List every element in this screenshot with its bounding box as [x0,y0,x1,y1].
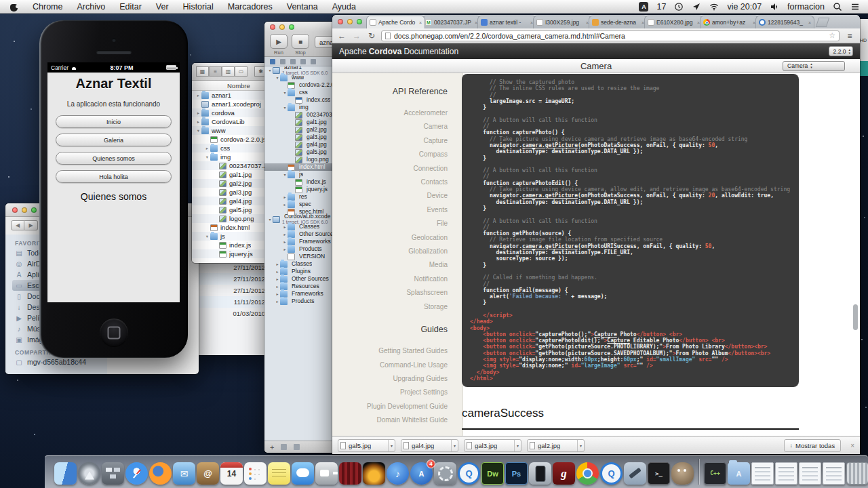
minimized-window-icon[interactable] [775,462,797,485]
user-menu[interactable]: formacion [787,2,825,12]
menu-item[interactable]: Editar [119,2,142,12]
new-tab-button[interactable] [816,18,830,27]
disclosure-triangle-icon[interactable]: ▸ [195,93,201,98]
disclosure-triangle-icon[interactable]: ▸ [282,202,288,207]
symbol-navigator-icon[interactable] [280,59,285,64]
minimize-button[interactable] [22,207,27,213]
minimized-window-icon[interactable] [799,462,821,485]
disclosure-triangle-icon[interactable]: ▸ [275,269,280,274]
tab-close-icon[interactable]: × [808,20,811,25]
disclosure-triangle-icon[interactable]: ▾ [275,75,280,80]
sidebar-link[interactable]: File [332,217,448,230]
disclosure-triangle-icon[interactable]: ▾ [282,90,288,95]
disclosure-triangle-icon[interactable]: ▾ [282,105,288,110]
app-store-icon[interactable]: A 4 [410,462,433,485]
project-navigator-icon[interactable] [270,59,275,64]
app-button[interactable]: Hola holita [56,170,172,183]
photoshop-icon[interactable]: Ps [505,462,528,485]
browser-tab[interactable]: aznar textil - × [477,16,536,28]
close-button[interactable] [12,207,18,213]
disclosure-triangle-icon[interactable]: ▸ [204,146,210,151]
window-controls[interactable] [270,24,294,30]
disclosure-triangle-icon[interactable]: ▾ [195,128,201,134]
reload-button[interactable]: ↻ [366,31,377,41]
sidebar-link[interactable]: Media [332,258,448,272]
show-all-downloads-button[interactable]: ↓ Mostrar todas [784,439,842,452]
contacts-icon[interactable]: @ [197,462,219,485]
disclosure-triangle-icon[interactable]: ▾ [204,234,210,239]
notes-icon[interactable] [268,462,290,485]
download-menu-arrow-icon[interactable]: ▾ [514,440,519,451]
stop-button[interactable]: ■ [292,34,309,49]
disclosure-triangle-icon[interactable]: ▸ [282,239,288,244]
browser-tab[interactable]: E610X280.jpg × [644,16,703,28]
sidebar-link[interactable]: Camera [332,120,448,134]
sidebar-item[interactable]: ▢ mgv-d565ab18c44 [12,357,106,367]
trash-icon[interactable] [846,462,868,485]
sidebar-link[interactable]: Globalization [332,245,448,258]
iphoto-icon[interactable] [363,462,385,485]
apple-menu-icon[interactable] [9,2,18,12]
window-controls[interactable] [12,207,37,213]
debug-navigator-icon[interactable] [311,59,316,64]
applications-folder-icon[interactable]: A [728,462,750,485]
sidebar-link[interactable]: Project Settings [332,386,448,399]
messages-icon[interactable] [292,462,314,485]
disclosure-triangle-icon[interactable]: ▸ [282,247,288,251]
app-button[interactable]: Galeria [56,134,172,146]
sidebar-link[interactable]: Compass [332,148,448,161]
download-item[interactable]: gal3.jpg ▾ [464,439,521,452]
download-item[interactable]: gal4.jpg ▾ [401,439,458,452]
browser-tab[interactable]: sede-de-azna × [589,16,648,28]
disclosure-triangle-icon[interactable]: ▸ [275,277,280,281]
download-menu-arrow-icon[interactable]: ▾ [388,440,393,451]
url-input[interactable] [394,32,825,40]
app-button[interactable]: Inicio [56,115,172,128]
chrome-icon[interactable] [576,462,599,485]
forward-button[interactable]: ▶ [24,220,38,230]
location-arrow-icon[interactable] [692,2,701,12]
sidebar-link[interactable]: Events [332,203,448,217]
reminders-icon[interactable] [244,462,267,485]
itunes-icon[interactable]: ♪ [387,462,409,485]
menu-item[interactable]: Archivo [77,2,105,12]
add-button[interactable]: + [270,443,274,451]
mail-icon[interactable]: ✉ [173,462,195,485]
sidebar-link[interactable]: Plugin Development Guide [332,400,448,413]
disclosure-triangle-icon[interactable]: ▸ [275,291,280,296]
terminal-icon[interactable]: >_ [648,462,670,485]
scrollbar-thumb[interactable] [853,304,858,330]
sidebar-link[interactable]: Capture [332,134,448,148]
menu-item[interactable]: Ayuda [332,2,356,12]
close-button[interactable] [270,24,275,30]
sidebar-link[interactable]: Connection [332,162,448,176]
app-button[interactable]: Quienes somos [56,152,172,165]
sidebar-link[interactable]: Splashscreen [332,286,448,300]
time-machine-icon[interactable] [674,2,684,12]
browser-tab[interactable]: 1228159643_ × [755,16,814,28]
sidebar-link[interactable]: Geolocation [332,231,448,245]
sidebar-link[interactable]: Command-Line Usage [332,359,448,372]
ios-simulator-icon[interactable] [529,462,551,485]
sidebar-link[interactable]: Notification [332,272,448,286]
tab-close-icon[interactable]: × [419,20,422,25]
chrome-menu-icon[interactable]: ≡ [844,30,856,41]
browser-tab[interactable]: Apache Cordo × [366,16,425,28]
menu-item[interactable]: Ver [156,2,169,12]
xcode-icon[interactable] [624,462,646,485]
chrome-window[interactable]: Apache Cordo × M 002347037.JP × aznar te… [332,15,860,454]
ios-simulator-window[interactable]: Carrier 8:07 PM Aznar Textil La aplicaci… [39,20,188,358]
notification-center-icon[interactable] [850,2,860,12]
gimp-icon[interactable] [671,462,694,485]
version-select[interactable]: 2.2.0 ▴▾ [829,46,853,56]
disclosure-triangle-icon[interactable]: ▾ [267,68,273,73]
sidebar-link[interactable]: Getting Started Guides [332,344,448,358]
launchpad-icon[interactable] [78,462,100,485]
coverflow-view-button[interactable]: ▭ [235,66,248,77]
sidebar-link[interactable]: Storage [332,300,448,314]
view-switcher[interactable]: ▦ ≡ ▥ ▭ [196,66,248,77]
icon-view-button[interactable]: ▦ [196,66,209,77]
omnibox[interactable]: ☆ [381,30,840,41]
wifi-icon[interactable] [709,2,719,12]
cpp-document-icon[interactable]: C++ [704,462,726,485]
